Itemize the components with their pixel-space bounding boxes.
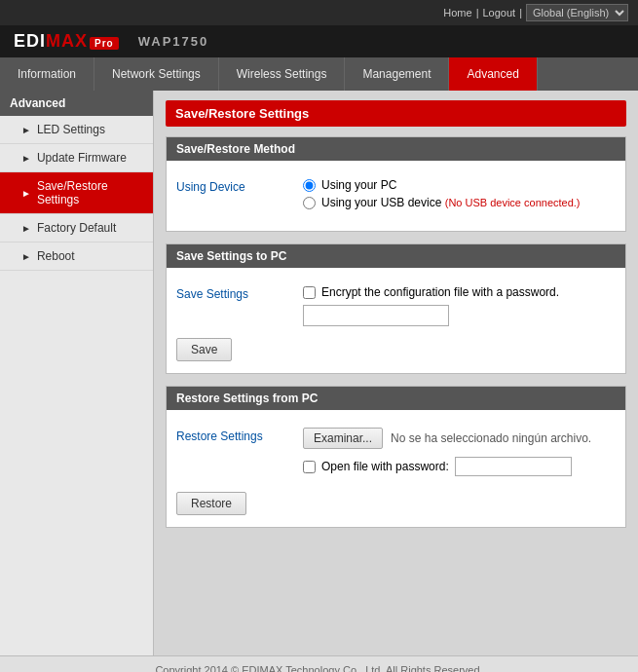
using-device-label: Using Device: [176, 178, 293, 194]
radio-pc-row: Using your PC: [303, 178, 616, 192]
no-file-text: No se ha seleccionado ningún archivo.: [391, 431, 591, 445]
arrow-icon: ►: [21, 251, 31, 262]
open-password-input[interactable]: [455, 457, 572, 476]
nav-wireless-settings[interactable]: Wireless Settings: [219, 57, 346, 91]
save-settings-row: Save Settings Encrypt the configuration …: [176, 280, 616, 332]
nav-management[interactable]: Management: [345, 57, 449, 91]
sep1: |: [476, 7, 479, 19]
nav-bar: Information Network Settings Wireless Se…: [0, 57, 638, 91]
arrow-icon: ►: [21, 125, 31, 135]
radio-usb-label: Using your USB device (No USB device con…: [321, 196, 581, 209]
footer-text: Copyright 2014 © EDIMAX Technology Co., …: [155, 664, 482, 672]
sidebar-item-update-firmware[interactable]: ► Update Firmware: [0, 144, 153, 172]
model-name: WAP1750: [138, 34, 209, 49]
language-select[interactable]: Global (English): [526, 4, 628, 21]
nav-advanced[interactable]: Advanced: [449, 57, 537, 91]
home-link[interactable]: Home: [443, 7, 471, 19]
method-section-body: Using Device Using your PC Using your US…: [167, 161, 625, 231]
sidebar: Advanced ► LED Settings ► Update Firmwar…: [0, 91, 154, 655]
sep2: |: [519, 7, 522, 19]
logo-bar: EDIMAXPro WAP1750: [0, 25, 638, 57]
top-bar: Home | Logout | Global (English): [0, 0, 638, 25]
save-section: Save Settings to PC Save Settings Encryp…: [166, 243, 626, 374]
sidebar-item-led-settings[interactable]: ► LED Settings: [0, 116, 153, 144]
save-settings-content: Encrypt the configuration file with a pa…: [303, 285, 616, 326]
radio-using-pc[interactable]: [303, 179, 316, 192]
sidebar-item-reboot[interactable]: ► Reboot: [0, 243, 153, 271]
using-device-options: Using your PC Using your USB device (No …: [303, 178, 616, 213]
open-password-checkbox[interactable]: [303, 461, 316, 473]
save-section-header: Save Settings to PC: [167, 244, 625, 268]
nav-information[interactable]: Information: [0, 57, 94, 91]
save-settings-label: Save Settings: [176, 285, 293, 301]
main-layout: Advanced ► LED Settings ► Update Firmwar…: [0, 91, 638, 655]
content-area: Save/Restore Settings Save/Restore Metho…: [154, 91, 638, 655]
radio-usb-row: Using your USB device (No USB device con…: [303, 196, 616, 209]
restore-section: Restore Settings from PC Restore Setting…: [166, 386, 626, 528]
brand-logo: EDIMAXPro: [14, 31, 119, 52]
radio-pc-label: Using your PC: [321, 178, 396, 192]
encrypt-checkbox-row: Encrypt the configuration file with a pa…: [303, 285, 616, 299]
no-usb-text: (No USB device connected.): [445, 197, 581, 208]
restore-section-body: Restore Settings Examinar... No se ha se…: [167, 410, 625, 527]
restore-button[interactable]: Restore: [176, 492, 246, 515]
save-button[interactable]: Save: [176, 338, 232, 361]
arrow-icon: ►: [21, 153, 31, 164]
open-password-row: Open file with password:: [303, 457, 616, 476]
sidebar-item-factory-default[interactable]: ► Factory Default: [0, 214, 153, 243]
arrow-icon: ►: [21, 188, 31, 199]
encrypt-checkbox[interactable]: [303, 286, 316, 299]
save-section-body: Save Settings Encrypt the configuration …: [167, 268, 625, 373]
method-section-header: Save/Restore Method: [167, 137, 625, 161]
method-section: Save/Restore Method Using Device Using y…: [166, 136, 626, 232]
restore-settings-content: Examinar... No se ha seleccionado ningún…: [303, 428, 616, 480]
nav-network-settings[interactable]: Network Settings: [94, 57, 219, 91]
restore-settings-label: Restore Settings: [176, 428, 293, 443]
sidebar-item-save-restore[interactable]: ► Save/Restore Settings: [0, 172, 153, 214]
save-password-input[interactable]: [303, 305, 449, 326]
browse-button[interactable]: Examinar...: [303, 428, 383, 449]
radio-using-usb[interactable]: [303, 197, 316, 209]
file-browse-row: Examinar... No se ha seleccionado ningún…: [303, 428, 616, 449]
sidebar-header: Advanced: [0, 91, 153, 116]
encrypt-label: Encrypt the configuration file with a pa…: [321, 285, 559, 299]
restore-section-header: Restore Settings from PC: [167, 387, 625, 410]
arrow-icon: ►: [21, 223, 31, 234]
page-title: Save/Restore Settings: [166, 100, 626, 127]
restore-settings-row: Restore Settings Examinar... No se ha se…: [176, 422, 616, 486]
pro-badge: Pro: [90, 37, 119, 50]
using-device-row: Using Device Using your PC Using your US…: [176, 172, 616, 219]
logout-link[interactable]: Logout: [482, 7, 515, 19]
open-password-label: Open file with password:: [321, 460, 449, 473]
footer: Copyright 2014 © EDIMAX Technology Co., …: [0, 655, 638, 672]
